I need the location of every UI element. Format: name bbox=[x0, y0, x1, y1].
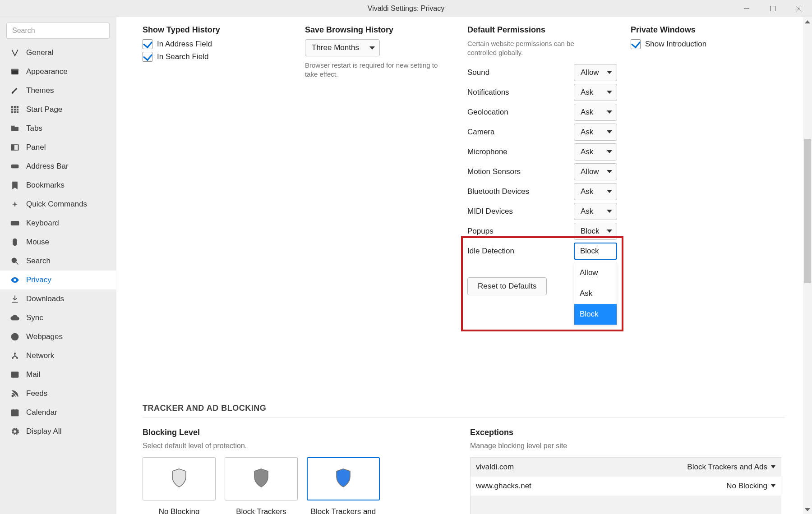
level-card bbox=[307, 457, 380, 500]
chk-in-address[interactable]: In Address Field bbox=[143, 39, 305, 49]
exceptions-title: Exceptions bbox=[470, 428, 785, 437]
sidebar-item-display-all[interactable]: Display All bbox=[0, 422, 116, 441]
perm-select[interactable]: Ask bbox=[574, 124, 617, 141]
window-icon bbox=[10, 67, 20, 77]
blocking-level-track[interactable]: Block Trackers bbox=[225, 457, 298, 514]
perm-row-midi-devices: MIDI DevicesAsk bbox=[467, 203, 617, 220]
sidebar-item-keyboard[interactable]: Keyboard bbox=[0, 214, 116, 233]
exceptions-table: vivaldi.comBlock Trackers and Adswww.gha… bbox=[470, 457, 781, 514]
sidebar-item-general[interactable]: General bbox=[0, 43, 116, 62]
sidebar-item-mouse[interactable]: Mouse bbox=[0, 233, 116, 252]
brush-icon bbox=[10, 86, 20, 96]
sidebar-item-bookmarks[interactable]: Bookmarks bbox=[0, 176, 116, 195]
sidebar-item-label: Keyboard bbox=[26, 219, 59, 228]
sidebar-item-calendar[interactable]: Calendar bbox=[0, 403, 116, 422]
sidebar-item-themes[interactable]: Themes bbox=[0, 81, 116, 100]
sidebar-item-search[interactable]: Search bbox=[0, 252, 116, 271]
perm-select[interactable]: Ask bbox=[574, 203, 617, 220]
panel-icon bbox=[10, 142, 20, 152]
perm-select[interactable]: Ask bbox=[574, 143, 617, 161]
maximize-button[interactable] bbox=[760, 0, 786, 17]
sidebar-item-label: Mail bbox=[26, 370, 40, 379]
sidebar-item-label: Search bbox=[26, 257, 51, 266]
network-icon bbox=[10, 351, 20, 361]
chevron-down-icon bbox=[607, 229, 612, 233]
perm-label: Motion Sensors bbox=[467, 167, 521, 176]
select-value: Ask bbox=[581, 147, 593, 156]
perm-label: Notifications bbox=[467, 88, 509, 97]
chk-in-search[interactable]: In Search Field bbox=[143, 52, 305, 62]
select-value: Block bbox=[581, 227, 600, 236]
svg-point-34 bbox=[12, 395, 13, 396]
select-value: Allow bbox=[581, 68, 599, 77]
svg-rect-13 bbox=[14, 111, 15, 113]
perm-select[interactable]: Allow bbox=[574, 163, 617, 180]
scroll-up-icon[interactable] bbox=[803, 17, 812, 26]
minimize-button[interactable] bbox=[734, 0, 760, 17]
shield-icon bbox=[334, 467, 352, 490]
blocking-level-sub: Select default level of protection. bbox=[143, 442, 470, 450]
sidebar-item-label: Webpages bbox=[26, 332, 63, 341]
chevron-down-icon bbox=[771, 484, 775, 487]
history-duration-select[interactable]: Three Months bbox=[305, 39, 380, 56]
exception-row[interactable]: vivaldi.comBlock Trackers and Ads bbox=[471, 458, 781, 477]
sidebar-item-sync[interactable]: Sync bbox=[0, 308, 116, 327]
svg-rect-14 bbox=[17, 111, 18, 113]
perm-select[interactable]: Ask bbox=[574, 84, 617, 101]
reset-defaults-button[interactable]: Reset to Defaults bbox=[467, 277, 547, 295]
svg-line-28 bbox=[16, 262, 18, 265]
search-input[interactable] bbox=[6, 23, 110, 39]
perm-label: Microphone bbox=[467, 147, 508, 156]
perm-row-geolocation: GeolocationAsk bbox=[467, 104, 617, 121]
sidebar-item-panel[interactable]: Panel bbox=[0, 138, 116, 157]
tabs-icon bbox=[10, 124, 20, 133]
sidebar-item-label: General bbox=[26, 48, 53, 57]
sidebar-item-webpages[interactable]: Webpages bbox=[0, 327, 116, 346]
chevron-down-icon bbox=[607, 150, 612, 153]
idle-detection-select[interactable]: Block bbox=[574, 243, 617, 260]
sidebar-item-label: Feeds bbox=[26, 389, 47, 398]
exception-value-select[interactable]: No Blocking bbox=[726, 482, 775, 491]
chevron-down-icon bbox=[607, 190, 612, 193]
blocking-level-none[interactable]: No Blocking bbox=[143, 457, 216, 514]
blocking-level-ads[interactable]: Block Trackers and Ads bbox=[307, 457, 380, 514]
exception-row-empty bbox=[471, 496, 781, 514]
v-logo-icon bbox=[10, 48, 20, 58]
globe-icon bbox=[10, 332, 20, 342]
sidebar-item-network[interactable]: Network bbox=[0, 346, 116, 365]
chk-label: In Address Field bbox=[157, 40, 212, 49]
blocking-level-title: Blocking Level bbox=[143, 428, 470, 437]
perm-select[interactable]: Block bbox=[574, 223, 617, 240]
chevron-down-icon bbox=[607, 91, 612, 94]
sidebar-item-feeds[interactable]: Feeds bbox=[0, 384, 116, 403]
option-block[interactable]: Block bbox=[574, 304, 617, 325]
chk-label: Show Introduction bbox=[645, 40, 706, 49]
sidebar-item-mail[interactable]: Mail bbox=[0, 365, 116, 384]
sidebar-item-tabs[interactable]: Tabs bbox=[0, 119, 116, 138]
svg-rect-11 bbox=[17, 109, 18, 110]
keyboard-icon bbox=[10, 218, 20, 228]
chk-show-intro[interactable]: Show Introduction bbox=[631, 39, 785, 49]
sidebar-item-label: Sync bbox=[26, 313, 43, 322]
sidebar-item-label: Themes bbox=[26, 86, 54, 95]
scroll-down-icon[interactable] bbox=[803, 505, 812, 514]
sidebar-item-appearance[interactable]: Appearance bbox=[0, 62, 116, 81]
address-icon bbox=[10, 161, 20, 171]
sidebar-item-address-bar[interactable]: Address Bar bbox=[0, 157, 116, 176]
perm-select[interactable]: Ask bbox=[574, 104, 617, 121]
sidebar-item-start-page[interactable]: Start Page bbox=[0, 100, 116, 119]
perm-row-motion-sensors: Motion SensorsAllow bbox=[467, 163, 617, 180]
perm-select[interactable]: Allow bbox=[574, 64, 617, 81]
sidebar-item-label: Panel bbox=[26, 143, 46, 152]
sidebar-item-privacy[interactable]: Privacy bbox=[0, 271, 116, 289]
perm-select[interactable]: Ask bbox=[574, 183, 617, 200]
exception-row[interactable]: www.ghacks.netNo Blocking bbox=[471, 477, 781, 496]
exception-value-select[interactable]: Block Trackers and Ads bbox=[687, 463, 775, 472]
scroll-thumb[interactable] bbox=[804, 139, 811, 283]
level-card bbox=[143, 457, 216, 500]
sidebar-item-quick-commands[interactable]: Quick Commands bbox=[0, 195, 116, 214]
sidebar-item-downloads[interactable]: Downloads bbox=[0, 289, 116, 308]
close-button[interactable] bbox=[786, 0, 812, 17]
chevron-down-icon bbox=[607, 130, 612, 133]
vertical-scrollbar[interactable] bbox=[803, 17, 812, 514]
